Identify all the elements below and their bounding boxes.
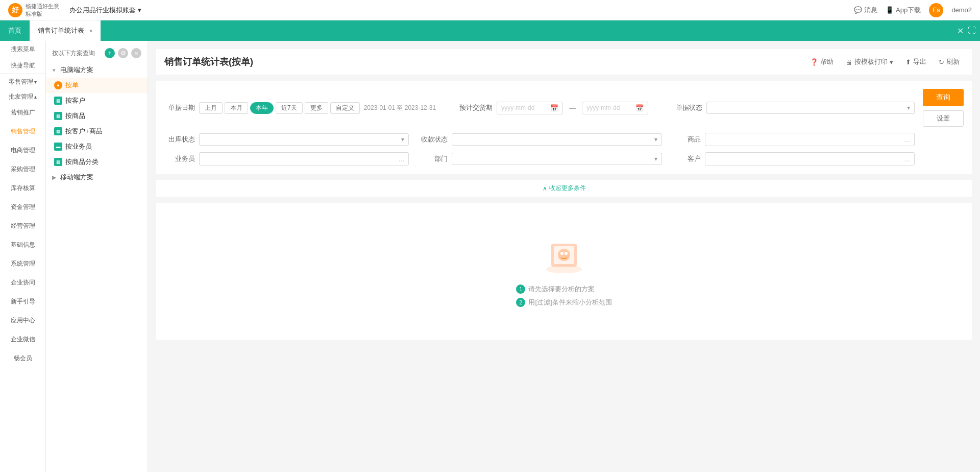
date-btn-custom[interactable]: 自定义: [330, 102, 360, 114]
stock-status-select[interactable]: ▾: [199, 133, 409, 146]
print-button[interactable]: 🖨 按模板打印 ▾: [842, 55, 897, 68]
sidebar-item-wholesale[interactable]: 批发管理 ▴: [0, 88, 45, 103]
sidebar-item-retail[interactable]: 零售管理 ▾: [0, 74, 45, 88]
tab-close-button[interactable]: ×: [89, 28, 92, 34]
sidebar-item-finance[interactable]: 资金管理: [0, 198, 45, 217]
date-buttons: 上月 本月 本年 近7天 更多 自定义: [199, 102, 360, 114]
logo-icon: 好: [8, 3, 22, 17]
svg-point-3: [558, 249, 570, 261]
message-button[interactable]: 💬 消息: [854, 6, 877, 15]
dept-select[interactable]: ▾: [452, 153, 662, 165]
sidebar-item-appcenter[interactable]: 应用中心: [0, 311, 45, 330]
status-select[interactable]: ▾: [706, 102, 915, 114]
left-panel: 按以下方案查询 + ⚙ « ▾ 电脑端方案 ● 按单 ▦: [46, 41, 148, 472]
chevron-up-icon: ▴: [34, 94, 37, 100]
settings-button[interactable]: 设置: [923, 110, 964, 127]
pay-status-label: 收款状态: [417, 135, 448, 144]
chevron-up-icon: ∧: [543, 185, 547, 192]
sidebar-quick-nav[interactable]: 快捷导航: [0, 58, 45, 74]
tree-item-by-order[interactable]: ● 按单: [46, 78, 148, 93]
chevron-down-icon: ▾: [654, 155, 657, 162]
date-filter: 单据日期 上月 本月 本年 近7天 更多 自定义 2023-01-01 至 20…: [164, 102, 436, 114]
sidebar-item-cooperation[interactable]: 企业协同: [0, 273, 45, 292]
sidebar-item-sales[interactable]: 销售管理: [0, 122, 45, 141]
date-range-display: 2023-01-01 至 2023-12-31: [364, 104, 436, 112]
setting-scheme-button[interactable]: ⚙: [118, 48, 128, 58]
sidebar-item-system[interactable]: 系统管理: [0, 254, 45, 273]
pay-status-filter: 收款状态 ▾: [417, 133, 662, 146]
tab-home[interactable]: 首页: [0, 20, 30, 41]
tree-item-by-goods[interactable]: ▦ 按商品: [46, 108, 148, 124]
sidebar-item-newbie[interactable]: 新手引导: [0, 292, 45, 311]
stock-status-filter: 出库状态 ▾: [164, 133, 409, 146]
query-actions: 查询 设置: [923, 89, 964, 127]
sidebar-search[interactable]: 搜索菜单: [0, 41, 45, 58]
tree-item-by-staff[interactable]: ▬ 按业务员: [46, 139, 148, 154]
tab-active[interactable]: 销售订单统计表 ×: [30, 20, 101, 41]
bar-icon: ▬: [54, 143, 62, 151]
empty-illustration: [538, 233, 590, 274]
sidebar-item-wechat[interactable]: 企业微信: [0, 330, 45, 349]
mobile-scheme-label: 移动端方案: [60, 173, 93, 182]
date-separator: —: [567, 104, 578, 112]
grid-icon: ▦: [54, 158, 62, 166]
sidebar-item-marketing[interactable]: 营销推广: [0, 103, 45, 122]
goods-input[interactable]: ...: [705, 133, 915, 146]
sidebar-item-basic[interactable]: 基础信息: [0, 235, 45, 254]
app-download-button[interactable]: 📱 App下载: [886, 6, 921, 15]
query-button[interactable]: 查询: [923, 89, 964, 106]
help-button[interactable]: ❓ 帮助: [806, 55, 838, 68]
filter-row-3: 业务员 ... 部门 ▾: [164, 152, 964, 166]
filter-row-1: 单据日期 上月 本月 本年 近7天 更多 自定义 2023-01-01 至 20…: [164, 89, 964, 127]
pay-status-select[interactable]: ▾: [452, 133, 662, 146]
page-title: 销售订单统计表(按单): [164, 56, 253, 68]
tab-maximize-button[interactable]: ⛶: [968, 26, 976, 35]
tree-item-by-category[interactable]: ▦ 按商品分类: [46, 154, 148, 170]
expected-date-end[interactable]: yyyy-mm-dd 📅: [582, 102, 648, 114]
sidebar-item-inventory[interactable]: 库存核算: [0, 179, 45, 198]
staff-label: 业务员: [164, 154, 195, 163]
dept-label: 部门: [417, 154, 448, 163]
tab-bar: 首页 销售订单统计表 × ✕ ⛶: [0, 20, 980, 41]
tree-parent-mobile[interactable]: ▶ 移动端方案: [46, 170, 148, 185]
more-icon: ...: [399, 155, 405, 163]
sidebar-item-member[interactable]: 畅会员: [0, 349, 45, 368]
staff-input[interactable]: ...: [199, 152, 409, 166]
avatar[interactable]: Ea: [929, 3, 943, 17]
expected-date-label: 预计交货期: [459, 103, 493, 112]
expected-date-start[interactable]: yyyy-mm-dd 📅: [497, 102, 563, 114]
refresh-button[interactable]: ↻ 刷新: [935, 55, 964, 68]
add-scheme-button[interactable]: +: [105, 48, 115, 58]
more-icon: ...: [904, 155, 910, 163]
date-btn-7days[interactable]: 近7天: [276, 102, 303, 114]
export-button[interactable]: ⬆ 导出: [901, 55, 930, 68]
status-label: 单据状态: [672, 103, 702, 112]
svg-point-5: [565, 252, 568, 255]
logo-area: 好 畅捷通好生意 标准版: [8, 3, 59, 17]
tree-item-by-customer[interactable]: ▦ 按客户: [46, 93, 148, 108]
chevron-down-icon: ▾: [890, 58, 893, 66]
filter-area: 单据日期 上月 本月 本年 近7天 更多 自定义 2023-01-01 至 20…: [156, 81, 972, 174]
date-btn-this-month[interactable]: 本月: [225, 102, 248, 114]
chevron-down-icon: ▾: [138, 6, 141, 14]
collapse-bar[interactable]: ∧ 收起更多条件: [156, 180, 972, 197]
more-icon: ...: [904, 135, 910, 144]
tree-item-by-customer-goods[interactable]: ▦ 按客户+商品: [46, 124, 148, 139]
customer-label: 客户: [670, 154, 701, 163]
collapse-panel-button[interactable]: «: [131, 48, 141, 58]
customer-input[interactable]: ...: [705, 152, 915, 166]
date-btn-last-month[interactable]: 上月: [199, 102, 223, 114]
tree-parent-desktop[interactable]: ▾ 电脑端方案: [46, 62, 148, 78]
stock-status-label: 出库状态: [164, 135, 195, 144]
date-btn-this-year[interactable]: 本年: [250, 102, 274, 114]
tab-close-all-button[interactable]: ✕: [957, 26, 964, 36]
left-panel-actions: + ⚙ «: [105, 48, 141, 58]
app-selector[interactable]: 办公用品行业模拟账套 ▾: [69, 6, 141, 15]
sidebar-item-management[interactable]: 经营管理: [0, 217, 45, 235]
date-btn-more[interactable]: 更多: [305, 102, 328, 114]
staff-filter: 业务员 ...: [164, 152, 409, 166]
hint-item-1: 1 请先选择要分析的方案: [516, 282, 611, 296]
calendar-icon: 📅: [635, 104, 644, 112]
sidebar-item-purchase[interactable]: 采购管理: [0, 160, 45, 179]
sidebar-item-ecommerce[interactable]: 电商管理: [0, 141, 45, 160]
